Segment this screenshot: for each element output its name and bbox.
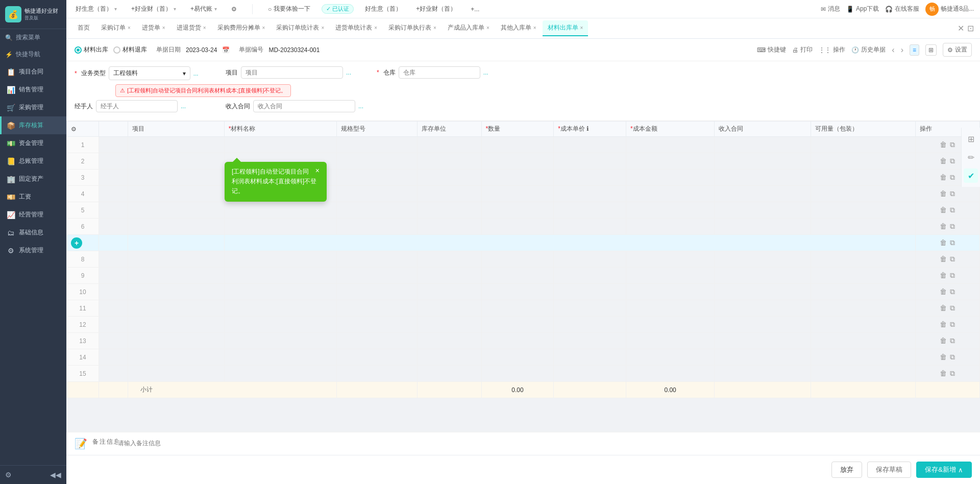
qty-cell[interactable] <box>481 153 554 170</box>
available-cell[interactable] <box>811 170 916 186</box>
operations-btn[interactable]: ⋮⋮ 操作 <box>819 45 845 54</box>
tab-close-icon[interactable]: × <box>486 25 489 31</box>
radio-material-return[interactable]: 材料退库 <box>113 45 147 54</box>
tab-close-icon[interactable]: × <box>162 25 165 31</box>
copy-row-icon[interactable]: ⧉ <box>950 238 955 247</box>
print-btn[interactable]: 🖨 打印 <box>792 45 813 54</box>
delete-row-icon[interactable]: 🗑 <box>940 140 947 149</box>
delete-row-icon[interactable]: 🗑 <box>940 157 947 165</box>
nav-prev-btn[interactable]: ‹ <box>892 45 894 55</box>
cost-amount-cell[interactable] <box>626 219 715 235</box>
delete-row-icon[interactable]: 🗑 <box>940 271 947 280</box>
warehouse-link[interactable]: ... <box>483 69 488 76</box>
delete-row-icon[interactable]: 🗑 <box>940 320 947 329</box>
cost-price-cell[interactable] <box>554 170 626 186</box>
nav-more[interactable]: +... <box>468 6 482 13</box>
tab-inbound-stats[interactable]: 进货单统计表 × <box>330 20 382 36</box>
message-btn[interactable]: ✉ 消息 <box>821 5 840 13</box>
spec-cell[interactable] <box>337 137 417 153</box>
copy-row-icon[interactable]: ⧉ <box>950 140 955 149</box>
unit-cell[interactable] <box>417 153 481 170</box>
search-menu[interactable]: 🔍 搜索菜单 <box>0 29 66 46</box>
warehouse-input[interactable] <box>399 66 480 79</box>
cost-amount-cell[interactable] <box>626 153 715 170</box>
copy-row-icon[interactable]: ⧉ <box>950 206 955 214</box>
row-7-col2[interactable] <box>99 235 128 251</box>
income-contract-input[interactable] <box>253 100 355 112</box>
right-panel-icon-1[interactable]: ⊞ <box>964 132 978 146</box>
tab-close-icon[interactable]: × <box>374 25 377 31</box>
user-area[interactable]: 畅 畅捷通8品... <box>925 3 974 16</box>
spec-cell[interactable] <box>337 153 417 170</box>
qty-cell[interactable] <box>481 219 554 235</box>
available-cell[interactable] <box>811 186 916 202</box>
view-card-btn[interactable]: ⊞ <box>925 44 937 56</box>
app-download-btn[interactable]: 📱 App下载 <box>846 5 879 13</box>
tab-close-icon[interactable]: × <box>580 25 583 31</box>
copy-row-icon[interactable]: ⧉ <box>950 255 955 263</box>
unit-cell[interactable] <box>417 219 481 235</box>
tab-return-goods[interactable]: 进退货货 × <box>172 20 211 36</box>
copy-row-icon[interactable]: ⧉ <box>950 287 955 296</box>
quick-nav[interactable]: ⚡ 快捷导航 <box>0 46 66 63</box>
sidebar-item-operations[interactable]: 📈 经营管理 <box>0 206 66 224</box>
material-cell[interactable] <box>224 219 336 235</box>
delete-row-icon[interactable]: 🗑 <box>940 173 947 182</box>
project-cell[interactable] <box>128 202 224 219</box>
available-cell[interactable] <box>811 202 916 219</box>
nav-good-biz[interactable]: 好生意（首） ▾ <box>72 5 120 13</box>
available-cell[interactable] <box>811 153 916 170</box>
right-panel-icon-2[interactable]: ✏ <box>964 150 978 164</box>
tab-other-inbound[interactable]: 其他入库单 × <box>496 20 542 36</box>
nav-settings-icon[interactable]: ⚙ <box>228 6 240 13</box>
row-7-rest[interactable] <box>224 235 915 251</box>
sidebar-item-finance[interactable]: 💵 资金管理 <box>0 134 66 152</box>
maximize-icon[interactable]: ⊡ <box>967 23 974 33</box>
spec-cell[interactable] <box>337 219 417 235</box>
sidebar-item-sales[interactable]: 📊 销售管理 <box>0 81 66 99</box>
qty-cell[interactable] <box>481 137 554 153</box>
project-cell[interactable] <box>128 153 224 170</box>
delete-row-icon[interactable]: 🗑 <box>940 206 947 214</box>
radio-material-outbound[interactable]: 材料出库 <box>75 45 108 54</box>
tab-material-outbound[interactable]: 材料出库单 × <box>543 20 589 36</box>
history-btn[interactable]: 🕐 历史单据 <box>851 45 886 54</box>
nav-biz2[interactable]: 好生意（首） <box>362 5 405 13</box>
sidebar-item-base[interactable]: 🗂 基础信息 <box>0 224 66 241</box>
nav-good-wealth[interactable]: +好业财（首） ▾ <box>128 5 179 13</box>
calendar-icon[interactable]: 📅 <box>222 46 230 54</box>
cost-amount-cell[interactable] <box>626 170 715 186</box>
income-contract-cell[interactable] <box>715 219 811 235</box>
save-new-button[interactable]: 保存&新增 ∧ <box>916 462 972 478</box>
nav-wealth2[interactable]: +好业财（首） <box>413 5 459 13</box>
qty-cell[interactable] <box>481 170 554 186</box>
tab-purchase-stats[interactable]: 采购订单统计表 × <box>271 20 329 36</box>
notes-input[interactable] <box>118 438 972 449</box>
project-cell[interactable] <box>128 219 224 235</box>
tab-close-icon[interactable]: × <box>128 25 131 31</box>
cost-price-cell[interactable] <box>554 202 626 219</box>
project-cell[interactable] <box>128 170 224 186</box>
project-cell[interactable] <box>128 186 224 202</box>
delete-row-icon[interactable]: 🗑 <box>940 287 947 296</box>
project-input[interactable] <box>241 66 343 79</box>
sidebar-item-accounting[interactable]: 📒 总账管理 <box>0 152 66 170</box>
unit-cell[interactable] <box>417 202 481 219</box>
nav-trial[interactable]: ○ 我要体验一下 <box>265 5 313 13</box>
income-contract-link[interactable]: ... <box>358 103 363 110</box>
copy-row-icon[interactable]: ⧉ <box>950 369 955 378</box>
income-contract-cell[interactable] <box>715 202 811 219</box>
th-settings[interactable]: ⚙ <box>67 122 99 137</box>
nav-easy-account[interactable]: +易代账 ▾ <box>187 5 220 13</box>
tab-close-icon[interactable]: × <box>321 25 324 31</box>
tab-inbound[interactable]: 进货单 × <box>137 20 170 36</box>
copy-row-icon[interactable]: ⧉ <box>950 336 955 345</box>
sidebar-item-system[interactable]: ⚙ 系统管理 <box>0 241 66 259</box>
sidebar-item-purchase[interactable]: 🛒 采购管理 <box>0 99 66 116</box>
copy-row-icon[interactable]: ⧉ <box>950 222 955 231</box>
unit-cell[interactable] <box>417 186 481 202</box>
business-type-link[interactable]: ... <box>193 70 199 77</box>
delete-row-icon[interactable]: 🗑 <box>940 238 947 247</box>
project-cell[interactable] <box>128 137 224 153</box>
copy-row-icon[interactable]: ⧉ <box>950 304 955 312</box>
